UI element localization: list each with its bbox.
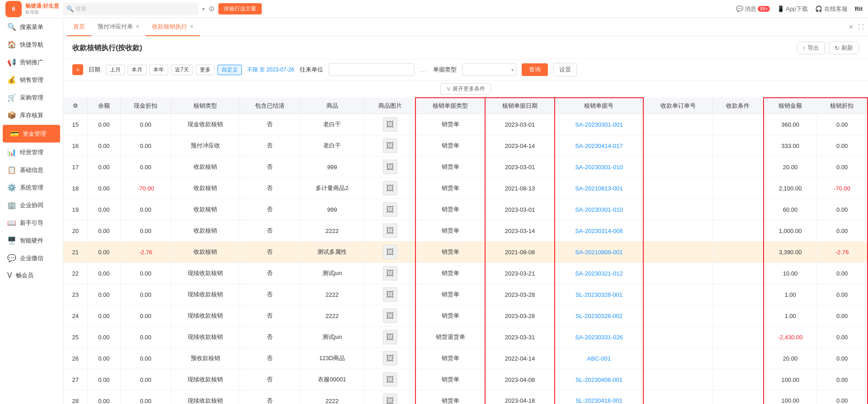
sidebar-item-search-menu[interactable]: 🔍 搜索菜单 — [0, 18, 63, 36]
row-receipt-condition — [712, 369, 764, 390]
doc-num-link[interactable]: SL-20230408-001 — [576, 376, 623, 383]
doc-num-link[interactable]: SA-20230301-010 — [575, 164, 623, 171]
doc-num-link[interactable]: SL-20230328-002 — [576, 313, 623, 319]
col-receipt-order-header: 收款单订单号 — [643, 98, 712, 114]
row-receipt-condition — [712, 327, 764, 348]
more-date-btn[interactable]: 更多 — [196, 65, 215, 75]
this-month-btn[interactable]: 本月 — [127, 65, 146, 75]
row-include-settled: 否 — [240, 135, 300, 157]
sidebar-item-basic[interactable]: 📋 基础信息 — [0, 161, 63, 179]
row-cancel-amount: 1.00 — [764, 305, 817, 327]
trial-btn[interactable]: 休验行业方案 — [218, 3, 262, 14]
row-cancel-type: 现续收款核销 — [171, 327, 240, 348]
export-btn[interactable]: ↑ 导出 — [797, 42, 826, 54]
row-cancel-doc-num[interactable]: SA-20230301-010 — [555, 157, 643, 178]
doc-num-link[interactable]: SA-20230301-001 — [575, 121, 623, 128]
tab-prepay-close[interactable]: ✕ — [136, 24, 139, 29]
row-cancel-doc-num[interactable]: SA-20230301-010 — [555, 199, 643, 220]
doc-num-link[interactable]: SL-20230328-001 — [576, 291, 623, 298]
last-7days-btn[interactable]: 近7天 — [171, 65, 193, 75]
doc-num-link[interactable]: SA-20210813-001 — [575, 185, 623, 192]
filter-expand-btn[interactable]: » — [72, 64, 83, 75]
query-btn[interactable]: 查询 — [522, 63, 548, 76]
col-settings-header[interactable]: ⚙ — [63, 98, 88, 114]
sidebar-item-marketing[interactable]: 📢 营销推广 — [0, 53, 63, 71]
data-table: ⚙ 余额 现金折扣 核销类型 包含已结清 商品 商品图片 核销单据类型 核销单据… — [63, 97, 868, 404]
doc-type-select[interactable] — [462, 63, 516, 76]
table-row: 280.000.00现续收款核销否2222🖼销货单2023-04-18SL-20… — [63, 390, 868, 404]
page-actions: ↑ 导出 ↻ 刷新 — [797, 42, 859, 54]
table-row: 270.000.00现续收款核销否衣服00001🖼销货单2023-04-08SL… — [63, 369, 868, 390]
row-cancel-doc-num[interactable]: SA-20230314-008 — [555, 220, 643, 242]
sidebar-item-corp[interactable]: 🏢 企业协同 — [0, 196, 63, 214]
row-include-settled: 否 — [240, 220, 300, 242]
sidebar-item-finance[interactable]: 💳 资金管理 — [3, 125, 60, 143]
row-cancel-doc-num[interactable]: SA-20230331-026 — [555, 327, 643, 348]
doc-num-link[interactable]: SA-20230414-017 — [575, 143, 623, 149]
settings-icon[interactable]: ⚙ — [73, 102, 78, 109]
row-cancel-doc-num[interactable]: SA-20210808-001 — [555, 242, 643, 263]
online-service-btn[interactable]: 🎧 在线客服 — [815, 5, 848, 13]
row-cancel-doc-num[interactable]: SA-20230321-012 — [555, 263, 643, 284]
col-product-header: 商品 — [300, 98, 364, 114]
maximize-window-btn[interactable]: ⛶ — [857, 24, 864, 31]
row-cancel-doc-num[interactable]: SL-20230328-001 — [555, 284, 643, 305]
product-image: 🖼 — [383, 117, 397, 132]
sidebar-item-vip[interactable]: V 畅会员 — [0, 267, 63, 284]
doc-num-link[interactable]: SA-20230314-008 — [575, 228, 623, 234]
row-receipt-condition — [712, 199, 764, 220]
row-cancel-doc-num[interactable]: SL-20230408-001 — [555, 369, 643, 390]
row-cash-discount: 0.00 — [120, 135, 171, 157]
row-cancel-doc-num[interactable]: SL-20230418-001 — [555, 390, 643, 404]
row-receipt-order — [643, 220, 712, 242]
doc-num-link[interactable]: SA-20230331-026 — [575, 334, 623, 341]
row-cancel-doc-num[interactable]: SA-20210813-001 — [555, 178, 643, 199]
sidebar-item-purchase[interactable]: 🛒 采购管理 — [0, 89, 63, 106]
refresh-btn[interactable]: ↻ 刷新 — [829, 42, 859, 54]
tab-collection[interactable]: 收款核销执行 ✕ — [146, 18, 200, 36]
row-product-img: 🖼 — [364, 369, 415, 390]
row-product-img: 🖼 — [364, 114, 415, 135]
message-btn[interactable]: 💬 消息 99+ — [736, 5, 770, 13]
filter-bar: » 日期 上月 本月 本年 近7天 更多 自定义 不限 至 2023-07-26… — [63, 59, 868, 80]
doc-num-link[interactable]: ABC-001 — [587, 355, 611, 362]
row-cancel-doc-date: 2023-03-01 — [485, 157, 555, 178]
expand-more-btn[interactable]: ∨ 展开更多条件 — [440, 83, 491, 95]
row-cancel-doc-num[interactable]: ABC-001 — [555, 348, 643, 369]
sidebar-item-system[interactable]: ⚙️ 系统管理 — [0, 179, 63, 196]
product-image: 🖼 — [383, 138, 397, 153]
row-include-settled: 否 — [240, 199, 300, 220]
row-include-settled: 否 — [240, 242, 300, 263]
tab-collection-close[interactable]: ✕ — [190, 24, 193, 29]
sidebar-item-quick-nav[interactable]: 🏠 快捷导航 — [0, 36, 63, 53]
sidebar-item-wechat[interactable]: 💬 企业微信 — [0, 249, 63, 267]
this-year-btn[interactable]: 本年 — [149, 65, 168, 75]
doc-num-link[interactable]: SA-20230301-010 — [575, 206, 623, 213]
row-cancel-doc-num[interactable]: SA-20230414-017 — [555, 135, 643, 157]
from-unit-input[interactable] — [329, 63, 415, 76]
row-cancel-doc-num[interactable]: SL-20230328-002 — [555, 305, 643, 327]
settings-filter-btn[interactable]: 设置 — [553, 63, 577, 76]
msg-badge: 99+ — [758, 6, 770, 12]
row-cancel-doc-num[interactable]: SA-20230301-001 — [555, 114, 643, 135]
row-num: 23 — [63, 284, 88, 305]
doc-num-link[interactable]: SL-20230418-001 — [576, 397, 623, 404]
row-num: 20 — [63, 220, 88, 242]
sidebar-item-hardware[interactable]: 🖥️ 智能硬件 — [0, 232, 63, 249]
tab-prepay[interactable]: 预付冲应付单 ✕ — [91, 18, 146, 36]
last-month-btn[interactable]: 上月 — [106, 65, 125, 75]
app-download-btn[interactable]: 📱 App下载 — [777, 5, 808, 13]
search-menu-icon: 🔍 — [7, 23, 16, 31]
doc-num-link[interactable]: SA-20230321-012 — [575, 270, 623, 277]
table-row: 190.000.00收款核销否999🖼销货单2023-03-01SA-20230… — [63, 199, 868, 220]
close-window-btn[interactable]: ✕ — [847, 24, 854, 31]
top-search[interactable]: 🔍 搜索 — [63, 3, 198, 15]
sidebar-item-inventory[interactable]: 📦 库存核算 — [0, 106, 63, 124]
custom-date-btn[interactable]: 自定义 — [217, 65, 242, 75]
sidebar-item-sales[interactable]: 💰 销售管理 — [0, 71, 63, 89]
sidebar-item-guide[interactable]: 📖 新手引导 — [0, 214, 63, 232]
doc-num-link[interactable]: SA-20210808-001 — [575, 249, 623, 256]
tab-home[interactable]: 首页 — [67, 18, 91, 36]
row-cancel-amount: 1.00 — [764, 284, 817, 305]
sidebar-item-operations[interactable]: 📊 经营管理 — [0, 143, 63, 161]
